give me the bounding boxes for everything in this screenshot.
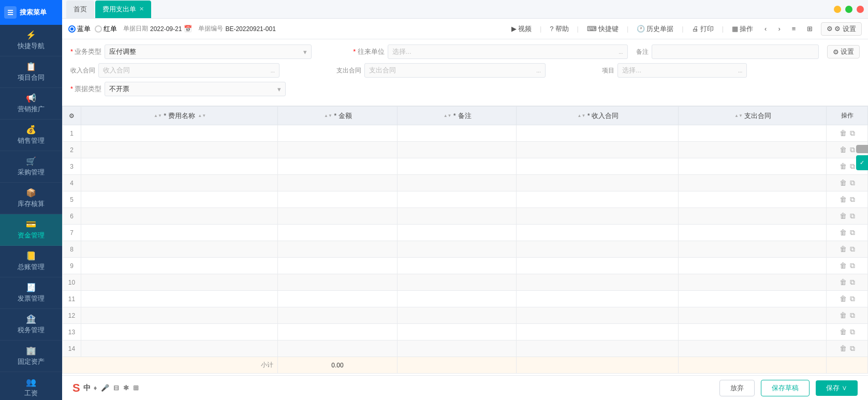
amount-cell-13[interactable] (278, 324, 398, 340)
green-tab[interactable]: ✓ (856, 155, 868, 170)
table-icon[interactable]: ⊟ (113, 384, 119, 392)
income-contract-cell-10[interactable] (517, 274, 679, 291)
expense-contract-cell-8[interactable] (679, 241, 827, 258)
copy-icon-14[interactable]: ⧉ (850, 344, 855, 353)
expense-name-cell-14[interactable] (81, 340, 278, 357)
income-contract-cell-7[interactable] (517, 225, 679, 241)
expense-name-cell-2[interactable] (81, 142, 278, 158)
sidebar-item-inventory[interactable]: 📦 库存核算 (0, 183, 62, 214)
copy-icon-9[interactable]: ⧉ (850, 261, 855, 270)
income-contract-input[interactable]: 收入合同 ... (98, 63, 279, 78)
notes-cell-5[interactable] (397, 191, 517, 208)
shortcut-button[interactable]: ⌨ 快捷键 (584, 23, 622, 35)
expense-name-cell-6[interactable] (81, 208, 278, 225)
delete-icon-6[interactable]: 🗑 (840, 212, 847, 220)
notes-cell-10[interactable] (397, 274, 517, 291)
notes-cell-8[interactable] (397, 241, 517, 258)
delete-icon-10[interactable]: 🗑 (840, 278, 847, 287)
notes-cell-11[interactable] (397, 291, 517, 307)
notes-cell-7[interactable] (397, 225, 517, 241)
notes-cell-6[interactable] (397, 208, 517, 225)
tab-expense[interactable]: 费用支出单✕ (95, 1, 151, 18)
copy-icon-5[interactable]: ⧉ (850, 195, 855, 204)
grid-icon-bottom[interactable]: ⊞ (133, 384, 139, 392)
sort-icon-4[interactable]: ▲▼ (444, 114, 452, 118)
delete-icon-14[interactable]: 🗑 (840, 344, 847, 353)
amount-cell-5[interactable] (278, 191, 398, 208)
sidebar-item-ledger-mgmt[interactable]: 📒 总账管理 (0, 246, 62, 277)
expense-contract-cell-7[interactable] (679, 225, 827, 241)
mic-icon[interactable]: 🎤 (101, 384, 109, 392)
expense-contract-cell-4[interactable] (679, 175, 827, 191)
expense-contract-cell-3[interactable] (679, 158, 827, 175)
income-contract-cell-12[interactable] (517, 307, 679, 324)
settings-button[interactable]: ⚙ ⚙ 设置 (821, 22, 862, 36)
expense-name-cell-3[interactable] (81, 158, 278, 175)
income-contract-cell-13[interactable] (517, 324, 679, 340)
print-button[interactable]: 🖨 打印 (689, 23, 717, 35)
delete-icon-9[interactable]: 🗑 (840, 261, 847, 270)
notes-cell-2[interactable] (397, 142, 517, 158)
copy-icon-12[interactable]: ⧉ (850, 311, 855, 320)
sidebar-item-fixed-assets[interactable]: 🏢 固定资产 (0, 340, 62, 372)
expense-contract-input[interactable]: 支出合同 ... (364, 63, 546, 78)
expense-name-cell-1[interactable] (81, 125, 278, 142)
expense-contract-cell-9[interactable] (679, 258, 827, 274)
sidebar-item-payroll[interactable]: 👥 工资 (0, 372, 62, 400)
delete-icon-2[interactable]: 🗑 (840, 145, 847, 154)
project-input[interactable]: 选择... ... (617, 63, 747, 78)
minimize-button[interactable]: − (834, 6, 841, 13)
diamond-icon[interactable]: ♦ (94, 384, 97, 392)
amount-cell-9[interactable] (278, 258, 398, 274)
sidebar-item-tax-mgmt[interactable]: 🏦 税务管理 (0, 309, 62, 340)
notes-cell-1[interactable] (397, 125, 517, 142)
red-radio[interactable]: 红单 (95, 24, 117, 34)
amount-cell-11[interactable] (278, 291, 398, 307)
amount-cell-6[interactable] (278, 208, 398, 225)
income-contract-cell-8[interactable] (517, 241, 679, 258)
delete-icon-4[interactable]: 🗑 (840, 179, 847, 187)
expense-contract-cell-1[interactable] (679, 125, 827, 142)
copy-icon-8[interactable]: ⧉ (850, 245, 855, 254)
amount-cell-14[interactable] (278, 340, 398, 357)
amount-cell-10[interactable] (278, 274, 398, 291)
delete-icon-11[interactable]: 🗑 (840, 294, 847, 303)
copy-icon-7[interactable]: ⧉ (850, 228, 855, 237)
expense-name-cell-7[interactable] (81, 225, 278, 241)
delete-icon-1[interactable]: 🗑 (840, 129, 847, 138)
notes-cell-3[interactable] (397, 158, 517, 175)
sort-icon-3[interactable]: ▲▼ (324, 114, 332, 118)
nav-prev-button[interactable]: ‹ (761, 24, 770, 34)
blue-radio[interactable]: 蓝单 (68, 24, 91, 34)
sidebar-item-quick-nav[interactable]: ⚡ 快捷导航 (0, 25, 62, 56)
list-view-button[interactable]: ≡ (789, 24, 799, 34)
income-contract-cell-1[interactable] (517, 125, 679, 142)
sidebar-item-sales-promotion[interactable]: 📢 营销推广 (0, 88, 62, 120)
income-contract-cell-5[interactable] (517, 191, 679, 208)
sidebar-item-purchase-mgmt[interactable]: 🛒 采购管理 (0, 151, 62, 183)
top-settings-button[interactable]: ⚙ 设置 (827, 45, 860, 58)
expense-name-cell-8[interactable] (81, 241, 278, 258)
sort-icon-5[interactable]: ▲▼ (577, 114, 585, 118)
expense-contract-cell-14[interactable] (679, 340, 827, 357)
sidebar-item-capital-mgmt[interactable]: 💳 资金管理 (0, 214, 62, 246)
amount-cell-7[interactable] (278, 225, 398, 241)
asterisk-icon[interactable]: ✱ (123, 384, 129, 392)
expense-name-cell-9[interactable] (81, 258, 278, 274)
delete-icon-8[interactable]: 🗑 (840, 245, 847, 254)
copy-icon-6[interactable]: ⧉ (850, 212, 855, 220)
amount-cell-12[interactable] (278, 307, 398, 324)
sidebar-header[interactable]: ☰ 搜索菜单 (0, 0, 62, 25)
expense-contract-cell-13[interactable] (679, 324, 827, 340)
income-contract-cell-6[interactable] (517, 208, 679, 225)
delete-icon-12[interactable]: 🗑 (840, 311, 847, 320)
income-contract-cell-11[interactable] (517, 291, 679, 307)
expense-contract-cell-5[interactable] (679, 191, 827, 208)
sidebar-item-project-contract[interactable]: 📋 项目合同 (0, 56, 62, 88)
sort-icon[interactable]: ▲▼ (154, 114, 162, 118)
calendar-icon[interactable]: 📅 (184, 25, 192, 33)
tab-home[interactable]: 首页 (66, 1, 94, 18)
maximize-button[interactable]: □ (845, 6, 852, 13)
sidebar-item-sales-mgmt[interactable]: 💰 销售管理 (0, 120, 62, 151)
delete-icon-7[interactable]: 🗑 (840, 228, 847, 237)
